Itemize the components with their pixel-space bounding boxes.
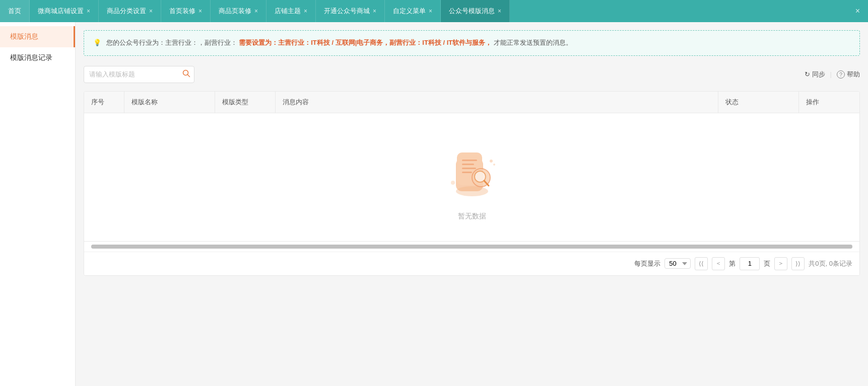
th-action: 操作 bbox=[799, 92, 859, 113]
close-product-decor-tab[interactable]: × bbox=[254, 8, 258, 15]
nav-tab-homepage-decor[interactable]: 首页装修 × bbox=[161, 0, 211, 22]
notice-box: 💡 您的公众号行业为：主营行业：，副营行业： 需要设置为：主营行业：IT科技 /… bbox=[84, 30, 860, 56]
empty-state: 暂无数据 bbox=[84, 113, 859, 241]
svg-rect-7 bbox=[462, 168, 476, 169]
last-page-button[interactable]: ⟩⟩ bbox=[791, 257, 805, 270]
search-input-wrap bbox=[84, 66, 194, 83]
sidebar: 模版消息 模版消息记录 bbox=[0, 22, 76, 386]
prev-page-button[interactable]: ＜ bbox=[712, 257, 725, 270]
nav-tab-open-mall[interactable]: 开通公众号商城 × bbox=[316, 0, 385, 22]
close-template-msg-tab[interactable]: × bbox=[498, 8, 501, 15]
help-button[interactable]: ? 帮助 bbox=[837, 70, 860, 79]
nav-tab-template-msg-label: 公众号模版消息 bbox=[449, 7, 495, 16]
nav-tab-wechat-shop[interactable]: 微商城店铺设置 × bbox=[30, 0, 99, 22]
nav-tab-product-category[interactable]: 商品分类设置 × bbox=[99, 0, 161, 22]
help-label: 帮助 bbox=[847, 70, 860, 79]
nav-tab-template-msg[interactable]: 公众号模版消息 × bbox=[441, 0, 510, 22]
sync-icon: ↻ bbox=[805, 70, 810, 78]
nav-tab-product-decor[interactable]: 商品页装修 × bbox=[211, 0, 266, 22]
svg-point-14 bbox=[451, 181, 455, 185]
nav-tab-homepage-decor-label: 首页装修 bbox=[169, 7, 195, 16]
main-content: 💡 您的公众号行业为：主营行业：，副营行业： 需要设置为：主营行业：IT科技 /… bbox=[76, 22, 868, 386]
close-custom-menu-tab[interactable]: × bbox=[429, 8, 432, 15]
data-table: 序号 模版名称 模版类型 消息内容 状态 操作 bbox=[84, 91, 860, 276]
nav-tab-wechat-shop-label: 微商城店铺设置 bbox=[38, 7, 84, 16]
sidebar-item-template-message[interactable]: 模版消息 bbox=[0, 26, 75, 47]
scrollbar-thumb[interactable] bbox=[91, 245, 852, 249]
nav-tab-custom-menu-label: 自定义菜单 bbox=[393, 7, 426, 16]
nav-tab-home-label: 首页 bbox=[8, 7, 21, 16]
notice-text-before: 您的公众号行业为：主营行业：，副营行业： bbox=[106, 39, 237, 46]
page-size-label: 每页显示 bbox=[634, 259, 660, 268]
svg-rect-5 bbox=[462, 160, 477, 161]
toolbar-right: ↻ 同步 | ? 帮助 bbox=[805, 70, 860, 79]
page-layout: 模版消息 模版消息记录 💡 您的公众号行业为：主营行业：，副营行业： 需要设置为… bbox=[0, 22, 868, 386]
nav-tab-shop-theme-label: 店铺主题 bbox=[275, 7, 301, 16]
toolbar-divider: | bbox=[830, 70, 832, 78]
close-homepage-decor-tab[interactable]: × bbox=[198, 8, 202, 15]
close-shop-theme-tab[interactable]: × bbox=[304, 8, 307, 15]
pagination: 每页显示 50 10 20 100 ⟨⟨ ＜ 第 页 ＞ ⟩⟩ 共0页, 0条记… bbox=[84, 252, 859, 275]
nav-tab-home[interactable]: 首页 bbox=[0, 0, 30, 22]
nav-tab-product-decor-label: 商品页装修 bbox=[219, 7, 251, 16]
top-navigation: 首页 微商城店铺设置 × 商品分类设置 × 首页装修 × 商品页装修 × 店铺主… bbox=[0, 0, 868, 22]
sync-button[interactable]: ↻ 同步 bbox=[805, 70, 825, 79]
page-label-post: 页 bbox=[764, 259, 770, 268]
th-type: 模版类型 bbox=[215, 92, 276, 113]
notice-text-after: 才能正常发送预置的消息。 bbox=[494, 39, 572, 46]
page-total: 共0页, 0条记录 bbox=[809, 259, 852, 268]
horizontal-scrollbar[interactable] bbox=[84, 241, 859, 252]
table-header: 序号 模版名称 模版类型 消息内容 状态 操作 bbox=[84, 92, 859, 113]
sidebar-item-template-message-record[interactable]: 模版消息记录 bbox=[0, 47, 75, 68]
help-icon: ? bbox=[837, 70, 845, 79]
nav-tab-shop-theme[interactable]: 店铺主题 × bbox=[266, 0, 316, 22]
nav-tab-product-category-label: 商品分类设置 bbox=[107, 7, 146, 16]
nav-tab-open-mall-label: 开通公众号商城 bbox=[324, 7, 370, 16]
th-content: 消息内容 bbox=[276, 92, 718, 113]
first-page-button[interactable]: ⟨⟨ bbox=[695, 257, 708, 270]
sync-label: 同步 bbox=[812, 70, 825, 79]
svg-rect-8 bbox=[462, 172, 472, 173]
close-open-mall-tab[interactable]: × bbox=[373, 8, 376, 15]
empty-illustration bbox=[442, 143, 502, 204]
svg-point-12 bbox=[490, 160, 493, 163]
th-name: 模版名称 bbox=[124, 92, 215, 113]
next-page-button[interactable]: ＞ bbox=[774, 257, 787, 270]
empty-text: 暂无数据 bbox=[458, 212, 486, 221]
th-index: 序号 bbox=[84, 92, 124, 113]
search-input[interactable] bbox=[84, 66, 194, 83]
close-product-category-tab[interactable]: × bbox=[149, 8, 153, 15]
search-icon[interactable] bbox=[182, 69, 190, 80]
notice-highlight: 需要设置为：主营行业：IT科技 / 互联网|电子商务，副营行业：IT科技 / I… bbox=[239, 39, 492, 46]
close-wechat-shop-tab[interactable]: × bbox=[87, 8, 90, 15]
nav-tab-custom-menu[interactable]: 自定义菜单 × bbox=[385, 0, 441, 22]
svg-point-13 bbox=[493, 164, 495, 166]
scrollbar-track[interactable] bbox=[91, 245, 852, 249]
th-status: 状态 bbox=[718, 92, 799, 113]
page-size-select[interactable]: 50 10 20 100 bbox=[664, 258, 691, 269]
page-label-pre: 第 bbox=[729, 259, 736, 268]
current-page-input[interactable] bbox=[740, 257, 760, 270]
search-bar: ↻ 同步 | ? 帮助 bbox=[84, 66, 860, 83]
close-all-tabs-button[interactable]: × bbox=[847, 7, 868, 16]
svg-rect-6 bbox=[462, 164, 474, 165]
notice-icon: 💡 bbox=[93, 39, 101, 46]
svg-line-1 bbox=[188, 74, 190, 76]
